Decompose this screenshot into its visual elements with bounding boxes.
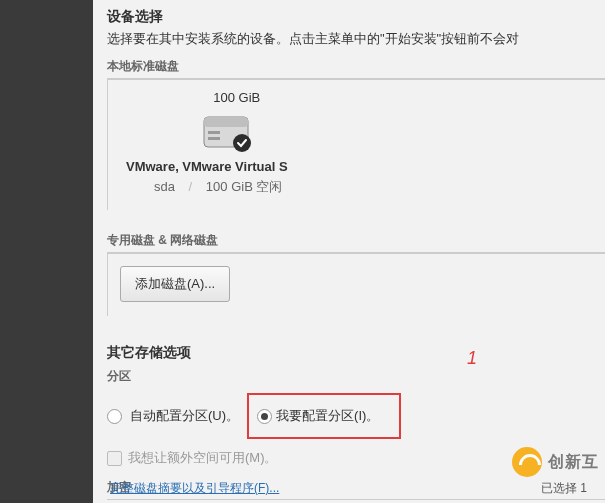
add-disk-button[interactable]: 添加磁盘(A)... — [120, 266, 230, 302]
partition-radio-row: 自动配置分区(U)。 我要配置分区(I)。 — [107, 393, 605, 439]
full-disk-summary-link[interactable]: 完整磁盘摘要以及引导程序(F)... — [110, 480, 279, 497]
annotation-marker-1: 1 — [467, 348, 477, 369]
radio-auto-partition[interactable] — [107, 409, 122, 424]
watermark: 创新互 — [512, 447, 599, 477]
hard-disk-icon — [202, 111, 266, 151]
other-storage-title: 其它存储选项 — [107, 344, 605, 362]
page-title: 设备选择 — [107, 8, 605, 26]
radio-manual-partition-label: 我要配置分区(I)。 — [276, 407, 379, 425]
radio-auto-partition-label: 自动配置分区(U)。 — [130, 407, 239, 425]
disk-free: 100 GiB 空闲 — [206, 179, 283, 194]
watermark-logo-icon — [512, 447, 542, 477]
manual-partition-highlight: 我要配置分区(I)。 — [247, 393, 401, 439]
disk-name: VMware, VMware Virtual S — [126, 159, 288, 174]
radio-manual-partition[interactable] — [257, 409, 272, 424]
svg-rect-2 — [208, 131, 220, 134]
watermark-text: 创新互 — [548, 452, 599, 473]
network-disks-heading: 专用磁盘 & 网络磁盘 — [107, 232, 605, 249]
svg-point-4 — [233, 134, 251, 152]
checkbox-extra-space-label: 我想让额外空间可用(M)。 — [128, 449, 278, 467]
left-sidebar — [0, 0, 93, 503]
footer-status: 已选择 1 — [541, 480, 587, 497]
disk-info: sda / 100 GiB 空闲 — [126, 178, 288, 196]
svg-rect-3 — [208, 137, 220, 140]
local-disks-box: 100 GiB VMware, VMware Virtual S sda / 1… — [107, 79, 605, 210]
main-content: 设备选择 选择要在其中安装系统的设备。点击主菜单中的"开始安装"按钮前不会对 本… — [93, 0, 605, 503]
disk-item[interactable]: 100 GiB VMware, VMware Virtual S sda / 1… — [126, 90, 288, 196]
local-disks-heading: 本地标准磁盘 — [107, 58, 605, 75]
network-disks-box: 添加磁盘(A)... — [107, 253, 605, 316]
svg-rect-1 — [204, 117, 248, 127]
divider — [107, 499, 605, 500]
disk-size: 100 GiB — [186, 90, 288, 105]
partition-heading: 分区 — [107, 368, 605, 385]
page-hint: 选择要在其中安装系统的设备。点击主菜单中的"开始安装"按钮前不会对 — [107, 30, 605, 48]
checkbox-extra-space[interactable] — [107, 451, 122, 466]
disk-id: sda — [154, 179, 175, 194]
